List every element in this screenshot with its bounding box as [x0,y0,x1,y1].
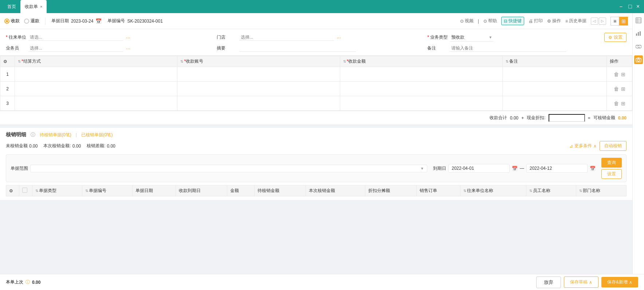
tab-close-btn[interactable]: × [40,4,42,9]
summary-input[interactable] [239,45,356,52]
bottom-gear-header[interactable]: ⚙ [6,185,19,196]
tab-home[interactable]: 首页 [3,0,20,13]
row-2-copy-icon[interactable]: ⊞ [621,86,625,92]
row-3-remark[interactable] [503,96,607,111]
select-all-checkbox[interactable] [22,188,27,193]
biz-type-select[interactable]: 预收款 ▼ [450,34,494,42]
radio-refund-label: 退款 [31,18,39,24]
row-2-amount[interactable] [340,82,502,96]
row-2-delete-icon[interactable]: 🗑 [614,86,619,92]
done-verify-tab[interactable]: 已核销单据(0笔) [81,132,113,138]
save-new-btn[interactable]: 保存&新增 ∧ [601,277,638,287]
window-close-icon[interactable]: × [635,3,641,11]
list-view-btn[interactable]: ≡ [610,17,619,26]
nav-prev-btn[interactable]: ◁ [591,17,598,25]
row-2-account[interactable] [177,82,340,96]
counterpart-input[interactable] [28,34,123,41]
row-2-settle[interactable] [15,82,177,96]
discard-btn[interactable]: 放弃 [536,277,561,288]
counterpart-more-btn[interactable]: ··· [125,35,131,40]
row-3-delete-icon[interactable]: 🗑 [614,101,619,106]
history-btn[interactable]: ≡ 历史单据 [565,18,586,24]
row-3-copy-icon[interactable]: ⊞ [621,101,625,106]
counterpart-field: * 往来单位 ··· [6,34,205,41]
footer-info-icon[interactable]: ⓘ [25,279,30,285]
remark-input[interactable] [450,45,566,52]
pending-verify-tab[interactable]: 待核销单据(0笔) [40,132,71,138]
settle-sort-icon: ⇅ [18,60,21,63]
store-input[interactable] [239,34,334,41]
more-conditions-btn[interactable]: ⊿ 更多条件 ∧ [569,143,597,149]
row-1-delete-icon[interactable]: 🗑 [614,71,619,77]
row-1-settle[interactable] [15,67,177,82]
query-btn[interactable]: 查询 [601,158,622,168]
equals-label: = [588,115,590,121]
sidebar-table-icon[interactable] [634,16,643,25]
auto-verify-btn[interactable]: 自动核销 [600,141,627,151]
row-1-copy-icon[interactable]: ⊞ [621,71,625,77]
row-1-amount[interactable] [340,67,502,82]
discount-input[interactable] [549,114,585,122]
cal-to-icon[interactable]: 📅 [590,166,596,171]
nav-next-btn[interactable]: ▷ [599,17,606,25]
discount-header: 折扣分摊额 [365,185,417,196]
cal-from-icon[interactable]: 📅 [512,166,518,171]
bill-no-sort: ⇅ [85,189,88,193]
sidebar-camera-icon[interactable] [634,55,643,64]
row-3-settle[interactable] [15,96,177,111]
receipt-type-radio: 收款 退款 [4,18,39,24]
store-label: 门店 [217,34,237,40]
dept-label: 部门名称 [583,188,600,194]
right-sidebar [632,13,644,274]
row-1-account[interactable] [177,67,340,82]
sidebar-link-icon[interactable] [634,42,643,51]
calendar-icon[interactable]: 📅 [95,18,102,24]
summary-field: 摘要 [205,45,416,52]
row-1-remark[interactable] [503,67,607,82]
window-minimize-icon[interactable]: － [617,2,625,11]
account-sort-icon: ⇅ [180,60,183,63]
save-draft-btn[interactable]: 保存草稿 ∧ [564,277,598,288]
filter-setting-btn[interactable]: 设置 [601,169,622,179]
form-section: * 往来单位 ··· 门店 ··· * 业务类型 预收款 ▼ [0,29,632,56]
grid-view-btn[interactable]: ⊞ [619,17,628,26]
salesman-input[interactable] [28,45,123,52]
date-range-field: 到期日 📅 — 📅 [433,164,596,173]
row-3-account[interactable] [177,96,340,111]
draft-arrow-icon: ∧ [589,280,592,285]
help-btn[interactable]: ⊙ 帮助 [483,18,497,24]
row-2-remark[interactable] [503,82,607,96]
window-maximize-icon[interactable]: □ [627,3,633,11]
bill-range-select[interactable]: ▼ [30,165,427,172]
salesman-more-btn[interactable]: ··· [125,46,131,51]
unchecked-label: 未核销金额 [6,143,28,149]
verify-info-icon[interactable]: ⓘ [31,132,35,138]
shortcut-btn[interactable]: ⊟ 快捷键 [501,17,524,25]
bill-type-label: 单据类型 [39,188,56,194]
settle-method-label: *结算方式 [21,58,41,64]
video-btn[interactable]: ⊙ 视频 [460,18,474,24]
amount-sort-icon: ⇅ [343,60,346,63]
bill-type-sort: ⇅ [35,189,38,193]
counterpart-col-label: 往来单位名称 [467,188,493,194]
due-date-from-input[interactable] [448,164,510,173]
settings-btn[interactable]: ⚙ 设置 [604,33,627,42]
bill-range-arrow: ▼ [420,166,424,171]
print-btn[interactable]: 🖨 打印 [529,18,543,24]
due-date-to-input[interactable] [526,164,588,173]
table-settings-header[interactable]: ⚙ [0,56,15,67]
row-3-amount[interactable] [340,96,502,111]
radio-receipt[interactable]: 收款 [4,18,20,24]
sidebar-chart-icon[interactable] [634,29,643,38]
store-more-btn[interactable]: ··· [336,35,342,40]
toolbar-divider-1 [45,17,46,25]
main-data-table: ⚙ ⇅ *结算方式 ⇅ *收款账号 [0,56,632,111]
row-2-actions: 🗑 ⊞ [607,82,632,96]
bill-range-label: 单据范围 [11,165,28,172]
tab-active[interactable]: 收款单 × [20,0,47,13]
filter-icon: ⊿ [569,144,573,149]
date-value: 2023-03-24 [71,19,93,24]
footer-spacer [0,200,632,216]
radio-refund[interactable]: 退款 [24,18,39,24]
ops-btn[interactable]: ⚙ 操作 [547,18,561,24]
